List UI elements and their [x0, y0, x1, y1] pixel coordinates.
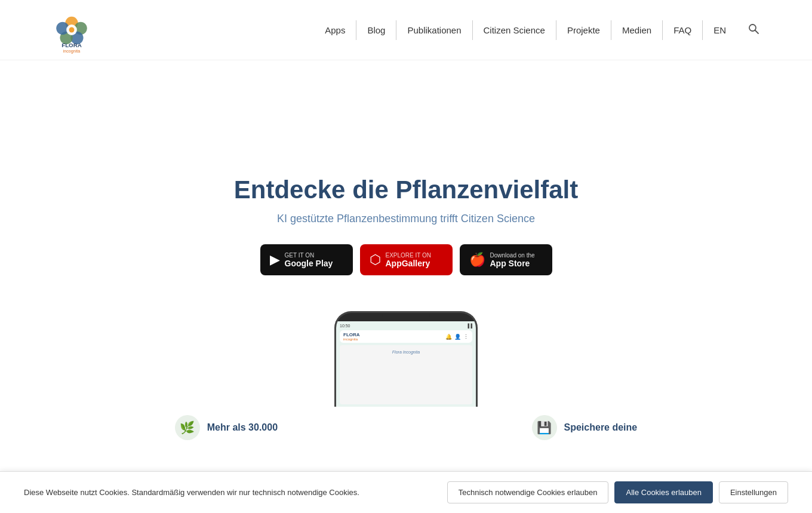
info-text-left: Mehr als 30.000	[207, 422, 278, 433]
phone-time: 10:50	[340, 324, 350, 328]
info-strip: 🌿 Mehr als 30.000 💾 Speichere deine	[0, 407, 812, 449]
phone-logo-sub: incognita	[343, 337, 360, 341]
huawei-icon: ⬡	[370, 252, 381, 268]
nav-item-projekte[interactable]: Projekte	[556, 20, 611, 40]
phone-app-content: Flora Incognita	[340, 345, 472, 404]
phone-signal: ▐▐	[466, 324, 472, 328]
huawei-appgallery-button[interactable]: ⬡ EXPLORE IT ON AppGallery	[360, 244, 453, 275]
logo[interactable]: FLORA incognita	[48, 6, 96, 54]
nav-item-blog[interactable]: Blog	[356, 20, 396, 40]
leaf-icon: 🌿	[180, 420, 195, 435]
apple-appstore-button[interactable]: 🍎 Download on the App Store	[460, 244, 552, 275]
logo-icon: FLORA incognita	[48, 6, 96, 54]
menu-icon: ⋮	[463, 334, 469, 340]
svg-point-6	[69, 27, 75, 33]
phone-logo-text: FLORA	[343, 332, 360, 337]
apple-sub: Download on the	[490, 252, 535, 259]
save-feature-icon: 💾	[532, 415, 557, 440]
svg-line-10	[755, 30, 759, 33]
user-icon: 👤	[454, 334, 461, 340]
google-play-icon: ▶	[270, 252, 280, 268]
main-nav: Apps Blog Publikationen Citizen Science …	[314, 18, 764, 42]
svg-text:FLORA: FLORA	[61, 42, 82, 48]
hero-subtitle: KI gestützte Pflanzenbestimmung trifft C…	[277, 213, 535, 225]
phone-mockup: 10:50 ▐▐ FLORA incognita 🔔 👤 ⋮ Flora Inc…	[334, 311, 478, 407]
hero-section: Entdecke die Pflanzenvielfalt KI gestütz…	[0, 60, 812, 299]
nav-item-publikationen[interactable]: Publikationen	[396, 20, 472, 40]
google-play-sub: GET IT ON	[285, 252, 333, 259]
svg-text:incognita: incognita	[63, 49, 81, 54]
google-play-button[interactable]: ▶ GET IT ON Google Play	[260, 244, 353, 275]
google-play-name: Google Play	[285, 259, 333, 268]
apple-icon: 🍎	[469, 252, 485, 268]
huawei-name: AppGallery	[386, 259, 432, 268]
info-text-right: Speichere deine	[564, 422, 638, 433]
phone-content-label: Flora Incognita	[342, 350, 470, 354]
plants-icon: 🌿	[175, 415, 200, 440]
phone-screen: 10:50 ▐▐ FLORA incognita 🔔 👤 ⋮ Flora Inc…	[336, 321, 476, 407]
phone-app-bar: FLORA incognita 🔔 👤 ⋮	[340, 330, 472, 343]
header: FLORA incognita Apps Blog Publikationen …	[0, 0, 812, 60]
bell-icon: 🔔	[445, 334, 452, 340]
nav-item-faq[interactable]: FAQ	[663, 20, 703, 40]
info-item-left: 🌿 Mehr als 30.000	[175, 415, 278, 440]
info-item-right: 💾 Speichere deine	[532, 415, 638, 440]
nav-item-apps[interactable]: Apps	[314, 20, 356, 40]
phone-status-bar: 10:50 ▐▐	[340, 324, 472, 328]
phone-mockup-area: 10:50 ▐▐ FLORA incognita 🔔 👤 ⋮ Flora Inc…	[0, 299, 812, 407]
phone-app-icons: 🔔 👤 ⋮	[445, 334, 469, 340]
apple-name: App Store	[490, 259, 535, 268]
nav-item-medien[interactable]: Medien	[611, 20, 663, 40]
nav-item-en[interactable]: EN	[703, 20, 737, 40]
huawei-sub: EXPLORE IT ON	[386, 252, 432, 259]
save-icon: 💾	[537, 420, 552, 435]
hero-title: Entdecke die Pflanzenvielfalt	[234, 176, 579, 204]
nav-item-citizen-science[interactable]: Citizen Science	[473, 20, 556, 40]
phone-notch	[382, 313, 430, 320]
search-icon[interactable]	[737, 18, 764, 42]
store-buttons: ▶ GET IT ON Google Play ⬡ EXPLORE IT ON …	[260, 244, 552, 275]
